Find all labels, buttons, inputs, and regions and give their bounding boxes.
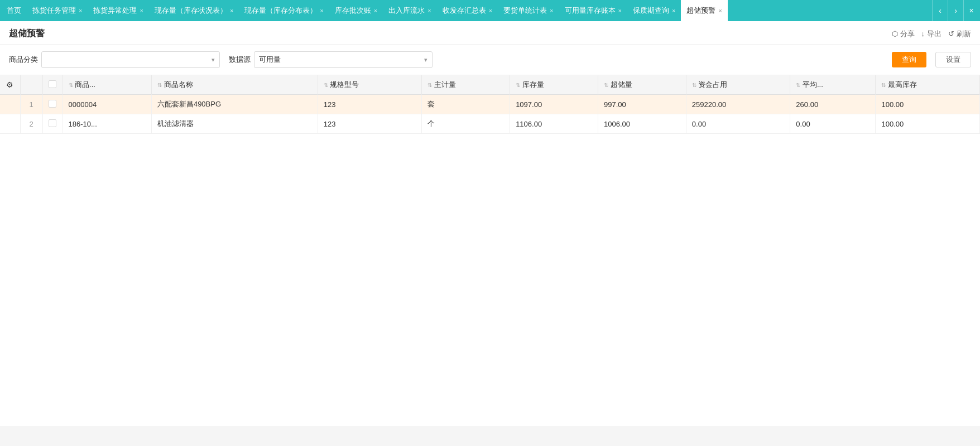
data-source-select[interactable]: 可用量 ▾ [254,51,433,68]
filter-bar: 商品分类 ▾ 数据源 可用量 ▾ 查询 设置 [0,45,980,75]
export-button[interactable]: ↓ 导出 [921,29,942,39]
nav-exception[interactable]: 拣货异常处理 × [88,0,148,21]
row-product-code: 0000004 [63,95,151,114]
row-avg: 0.00 [790,114,876,134]
row-capital: 259220.00 [686,95,790,114]
col-capital-header[interactable]: ⇅ 资金占用 [686,75,790,95]
row-max-stock: 100.00 [876,114,980,134]
topbar-wrapper: 首页 拣货任务管理 × 拣货异常处理 × 现存量（库存状况表） × 现存量（库存… [0,0,980,21]
close-icon[interactable]: × [718,7,722,14]
nav-stock-status[interactable]: 现存量（库存状况表） × [149,0,239,21]
data-source-filter: 数据源 可用量 ▾ [229,51,433,68]
close-icon[interactable]: × [489,7,492,14]
nav-more-arrow[interactable]: × [963,0,979,21]
row-overstock: 1006.00 [598,114,686,134]
refresh-icon: ↺ [948,30,954,38]
dropdown-arrow-icon: ▾ [424,56,427,64]
nav-task-mgmt[interactable]: 拣货任务管理 × [27,0,88,21]
nav-batch-account[interactable]: 库存批次账 × [329,0,383,21]
row-product-name: 机油滤清器 [151,114,318,134]
col-checkbox-header[interactable] [42,75,63,95]
share-button[interactable]: ⬡ 分享 [892,29,915,39]
col-avg-header[interactable]: ⇅ 平均... [790,75,876,95]
close-icon[interactable]: × [140,7,143,14]
row-max-stock: 100.00 [876,95,980,114]
row-stock: 1097.00 [510,95,598,114]
page-header: 超储预警 ⬡ 分享 ↓ 导出 ↺ 刷新 [0,21,980,45]
gear-icon[interactable]: ⚙ [6,80,13,89]
page-content: 超储预警 ⬡ 分享 ↓ 导出 ↺ 刷新 商品分类 ▾ 数据源 [0,21,980,426]
table-header: ⚙ ⇅ 商品... ⇅ 商品名称 ⇅ 规格型号 ⇅ 主计量 ⇅ 库存量 ⇅ 超储… [0,75,980,95]
table-row: 1 0000004 六配套新昌490BPG 123 套 1097.00 997.… [0,95,980,114]
col-spec-header[interactable]: ⇅ 规格型号 [318,75,422,95]
query-button[interactable]: 查询 [892,52,926,67]
page-title: 超储预警 [9,28,45,40]
col-product-name-header[interactable]: ⇅ 商品名称 [151,75,318,95]
table-body: 1 0000004 六配套新昌490BPG 123 套 1097.00 997.… [0,95,980,134]
row-spec: 123 [318,95,422,114]
row-select-checkbox[interactable] [49,119,56,127]
row-gear-cell [0,95,20,114]
row-spec: 123 [318,114,422,134]
table-row: 2 186-10... 机油滤清器 123 个 1106.00 1006.00 … [0,114,980,134]
header-actions: ⬡ 分享 ↓ 导出 ↺ 刷新 [892,29,972,39]
settings-button[interactable]: 设置 [935,52,971,67]
nav-inout-flow[interactable]: 出入库流水 × [383,0,436,21]
data-source-label: 数据源 [229,55,251,65]
dropdown-arrow-icon: ▾ [212,56,215,64]
row-stock: 1106.00 [510,114,598,134]
row-unit: 套 [422,95,510,114]
nav-available-stock[interactable]: 可用量库存账本 × [559,0,627,21]
data-source-value: 可用量 [259,55,281,65]
col-index-header [20,75,42,95]
product-category-label: 商品分类 [9,55,38,65]
row-avg: 260.00 [790,95,876,114]
close-icon[interactable]: × [230,7,233,14]
export-icon: ↓ [921,30,925,38]
share-icon: ⬡ [892,30,898,38]
col-stock-header[interactable]: ⇅ 库存量 [510,75,598,95]
col-unit-header[interactable]: ⇅ 主计量 [422,75,510,95]
refresh-button[interactable]: ↺ 刷新 [948,29,971,39]
table-container: ⚙ ⇅ 商品... ⇅ 商品名称 ⇅ 规格型号 ⇅ 主计量 ⇅ 库存量 ⇅ 超储… [0,75,980,134]
close-icon[interactable]: × [427,7,431,14]
nav-overstock[interactable]: 超储预警 × [681,0,727,21]
nav-order-stats[interactable]: 要货单统计表 × [498,0,559,21]
close-icon[interactable]: × [320,7,323,14]
row-gear-cell [0,114,20,134]
close-icon[interactable]: × [672,7,675,14]
teal-nav-bar: 首页 拣货任务管理 × 拣货异常处理 × 现存量（库存状况表） × 现存量（库存… [0,0,980,21]
col-product-code-header[interactable]: ⇅ 商品... [63,75,151,95]
row-checkbox-cell[interactable] [42,95,63,114]
col-max-stock-header[interactable]: ⇅ 最高库存 [876,75,980,95]
close-icon[interactable]: × [550,7,553,14]
row-checkbox-cell[interactable] [42,114,63,134]
nav-stock-dist[interactable]: 现存量（库存分布表） × [239,0,329,21]
nav-arrows: ‹ › × [932,0,979,21]
nav-left-arrow[interactable]: ‹ [932,0,948,21]
row-unit: 个 [422,114,510,134]
row-overstock: 997.00 [598,95,686,114]
row-index-cell: 2 [20,114,42,134]
data-table: ⚙ ⇅ 商品... ⇅ 商品名称 ⇅ 规格型号 ⇅ 主计量 ⇅ 库存量 ⇅ 超储… [0,75,980,134]
row-product-code: 186-10... [63,114,151,134]
row-product-name: 六配套新昌490BPG [151,95,318,114]
nav-right-arrow[interactable]: › [948,0,963,21]
nav-shelf-life[interactable]: 保质期查询 × [627,0,681,21]
select-all-checkbox[interactable] [49,80,56,88]
close-icon[interactable]: × [79,7,82,14]
product-category-select[interactable]: ▾ [41,51,220,68]
nav-receipt-summary[interactable]: 收发存汇总表 × [437,0,498,21]
product-category-filter: 商品分类 ▾ [9,51,220,68]
row-select-checkbox[interactable] [49,100,56,108]
close-icon[interactable]: × [618,7,622,14]
close-icon[interactable]: × [374,7,377,14]
col-gear-header[interactable]: ⚙ [0,75,20,95]
col-overstock-header[interactable]: ⇅ 超储量 [598,75,686,95]
row-capital: 0.00 [686,114,790,134]
nav-home[interactable]: 首页 [1,0,27,21]
row-index-cell: 1 [20,95,42,114]
